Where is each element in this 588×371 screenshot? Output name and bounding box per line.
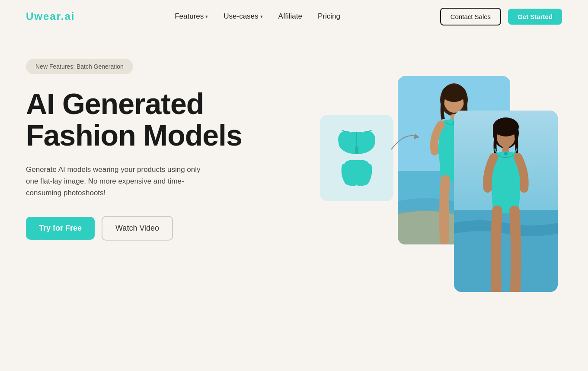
nav-use-cases[interactable]: Use-cases ▾: [224, 12, 262, 21]
bikini-top-icon: [337, 130, 376, 155]
hero-images: [320, 76, 571, 318]
hero-buttons: Try for Free Watch Video: [26, 216, 242, 241]
hero-content: New Features: Batch Generation AI Genera…: [26, 54, 242, 241]
logo[interactable]: Uwear.ai: [26, 10, 75, 22]
svg-marker-8: [414, 134, 419, 139]
svg-point-2: [360, 131, 375, 148]
navbar: Uwear.ai Features ▾ Use-cases ▾ Affiliat…: [0, 0, 588, 33]
hero-description: Generate AI models wearing your products…: [26, 164, 212, 199]
svg-point-15: [442, 85, 466, 102]
svg-point-25: [504, 152, 508, 155]
try-for-free-button[interactable]: Try for Free: [26, 217, 95, 240]
svg-rect-3: [355, 146, 358, 154]
get-started-button[interactable]: Get Started: [508, 9, 562, 25]
hero-section: New Features: Batch Generation AI Genera…: [0, 33, 588, 335]
nav-features[interactable]: Features ▾: [175, 12, 208, 21]
bikini-bottom-icon: [340, 160, 374, 186]
features-chevron-icon: ▾: [205, 14, 208, 19]
use-cases-chevron-icon: ▾: [260, 14, 263, 19]
feature-badge: New Features: Batch Generation: [26, 59, 133, 74]
model-photo-2: [454, 111, 558, 292]
nav-affiliate[interactable]: Affiliate: [278, 12, 302, 21]
product-flatlay-image: [320, 115, 393, 201]
contact-sales-button[interactable]: Contact Sales: [440, 8, 501, 25]
hero-title: AI Generated Fashion Models: [26, 88, 242, 152]
arrow-icon: [387, 128, 422, 154]
svg-point-1: [338, 131, 354, 148]
watch-video-button[interactable]: Watch Video: [102, 216, 173, 241]
nav-actions: Contact Sales Get Started: [440, 8, 562, 25]
nav-pricing[interactable]: Pricing: [318, 12, 340, 21]
nav-links: Features ▾ Use-cases ▾ Affiliate Pricing: [175, 12, 340, 21]
